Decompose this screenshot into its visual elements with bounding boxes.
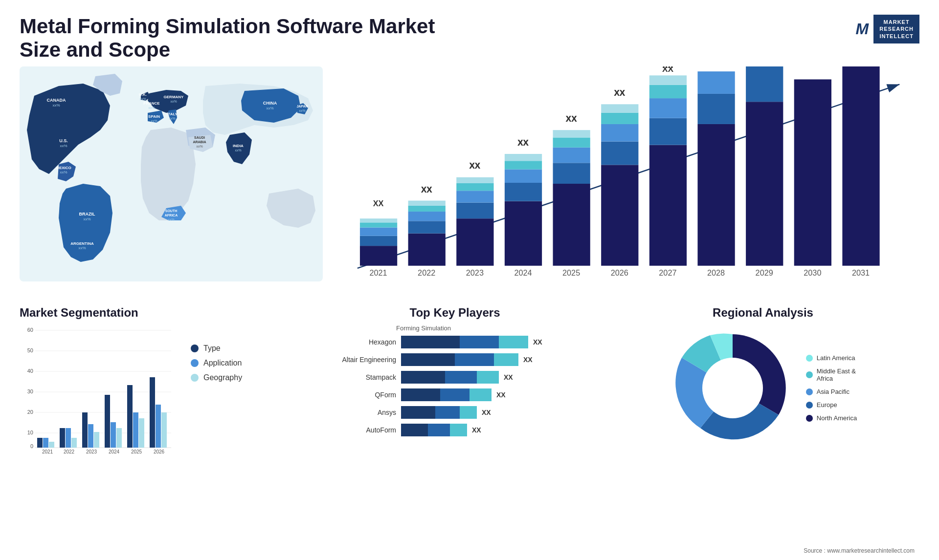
svg-rect-36: [360, 227, 397, 236]
svg-rect-118: [37, 438, 43, 448]
svg-text:2025: 2025: [562, 268, 580, 277]
regional-section: Regional Analysis: [606, 306, 919, 477]
svg-rect-35: [360, 236, 397, 246]
world-map-svg: CANADA xx% U.S. xx% MEXICO xx% BRAZIL xx…: [20, 66, 323, 281]
svg-rect-122: [60, 428, 65, 448]
svg-text:ARABIA: ARABIA: [193, 140, 206, 144]
svg-rect-50: [456, 177, 493, 183]
player-name-qform: QForm: [323, 391, 396, 399]
svg-text:xx%: xx%: [196, 145, 202, 148]
svg-text:XX: XX: [614, 88, 626, 98]
svg-rect-65: [601, 142, 638, 165]
legend-europe: Europe: [806, 401, 857, 409]
segmentation-chart-area: 60 50 40 30 20 10 0: [20, 324, 303, 461]
svg-rect-60: [553, 148, 590, 163]
svg-rect-58: [553, 184, 590, 266]
svg-text:2028: 2028: [707, 268, 725, 277]
svg-text:MEXICO: MEXICO: [56, 166, 71, 170]
svg-text:30: 30: [27, 388, 33, 394]
svg-text:U.S.: U.S.: [59, 138, 68, 143]
svg-text:xx%: xx%: [266, 106, 273, 110]
svg-text:2027: 2027: [659, 268, 676, 277]
svg-text:10: 10: [27, 430, 33, 435]
svg-text:ARGENTINA: ARGENTINA: [70, 241, 94, 246]
svg-text:xx%: xx%: [148, 106, 155, 109]
svg-rect-131: [111, 422, 116, 448]
svg-text:GERMANY: GERMANY: [164, 95, 184, 99]
asia-pacific-label: Asia Pacific: [817, 388, 850, 395]
svg-rect-41: [408, 221, 446, 233]
svg-text:XX: XX: [662, 66, 674, 74]
svg-text:0: 0: [30, 443, 33, 449]
svg-text:2022: 2022: [418, 268, 435, 277]
svg-text:50: 50: [27, 347, 33, 353]
svg-text:xx%: xx%: [139, 97, 146, 101]
svg-rect-79: [746, 102, 783, 266]
player-val-stampack: XX: [504, 373, 513, 381]
svg-rect-77: [697, 94, 735, 124]
svg-rect-82: [842, 66, 879, 266]
legend-latin-america: Latin America: [806, 354, 857, 362]
player-val-qform: XX: [496, 391, 506, 399]
svg-text:2024: 2024: [514, 268, 532, 277]
svg-rect-76: [697, 124, 735, 266]
logo-m-icon: M: [856, 20, 869, 38]
legend-mea: Middle East &Africa: [806, 367, 857, 382]
svg-text:2026: 2026: [154, 449, 165, 454]
svg-text:xx%: xx%: [168, 218, 174, 221]
players-header: Forming Simulation: [396, 324, 587, 332]
canada-label: CANADA: [47, 98, 66, 103]
svg-text:xx%: xx%: [170, 100, 177, 103]
player-name-hexagon: Hexagon: [323, 338, 396, 346]
segmentation-title: Market Segmentation: [20, 306, 303, 320]
svg-text:XX: XX: [373, 199, 384, 208]
player-bar-qform: XX: [401, 388, 587, 401]
svg-text:SPAIN: SPAIN: [148, 114, 160, 119]
svg-rect-130: [105, 395, 110, 448]
svg-rect-124: [71, 438, 77, 448]
header: Metal Forming Simulation Software Market…: [0, 0, 939, 66]
svg-rect-120: [49, 442, 54, 448]
latin-america-dot: [806, 355, 813, 362]
svg-text:2021: 2021: [369, 268, 387, 277]
svg-rect-119: [43, 438, 48, 448]
svg-text:AFRICA: AFRICA: [165, 214, 178, 217]
svg-text:xx%: xx%: [78, 246, 86, 250]
svg-rect-67: [601, 113, 638, 124]
svg-text:60: 60: [27, 327, 33, 333]
donut-chart-svg: [669, 324, 796, 452]
svg-text:2025: 2025: [131, 449, 142, 454]
legend-north-america: North America: [806, 414, 857, 422]
svg-text:xx%: xx%: [52, 103, 60, 108]
mea-dot: [806, 371, 813, 378]
player-name-ansys: Ansys: [323, 409, 396, 416]
player-val-ansys: XX: [482, 409, 491, 416]
svg-rect-44: [408, 201, 446, 206]
europe-label: Europe: [817, 401, 837, 409]
svg-text:xx%: xx%: [151, 119, 157, 123]
svg-rect-52: [505, 201, 542, 266]
world-map-section: CANADA xx% U.S. xx% MEXICO xx% BRAZIL xx…: [20, 66, 323, 301]
svg-rect-54: [505, 170, 542, 183]
svg-text:40: 40: [27, 368, 33, 374]
svg-rect-140: [161, 412, 167, 448]
type-dot: [191, 345, 199, 352]
north-america-label: North America: [817, 414, 857, 422]
svg-rect-62: [553, 130, 590, 137]
bar-chart-svg: XX XX XX XX: [333, 66, 919, 301]
regional-legend: Latin America Middle East &Africa Asia P…: [806, 354, 857, 422]
svg-rect-40: [408, 234, 446, 266]
svg-text:ITALY: ITALY: [167, 112, 178, 116]
svg-rect-71: [649, 118, 687, 145]
svg-point-142: [702, 358, 763, 418]
svg-rect-139: [156, 405, 161, 448]
svg-rect-74: [649, 75, 687, 85]
application-dot: [191, 359, 199, 367]
donut-area: Latin America Middle East &Africa Asia P…: [611, 324, 915, 452]
svg-rect-78: [697, 71, 735, 94]
svg-rect-56: [505, 154, 542, 161]
svg-rect-128: [94, 432, 99, 448]
svg-rect-64: [601, 165, 638, 265]
player-name-autoform: AutoForm: [323, 426, 396, 434]
svg-text:INDIA: INDIA: [233, 144, 244, 148]
